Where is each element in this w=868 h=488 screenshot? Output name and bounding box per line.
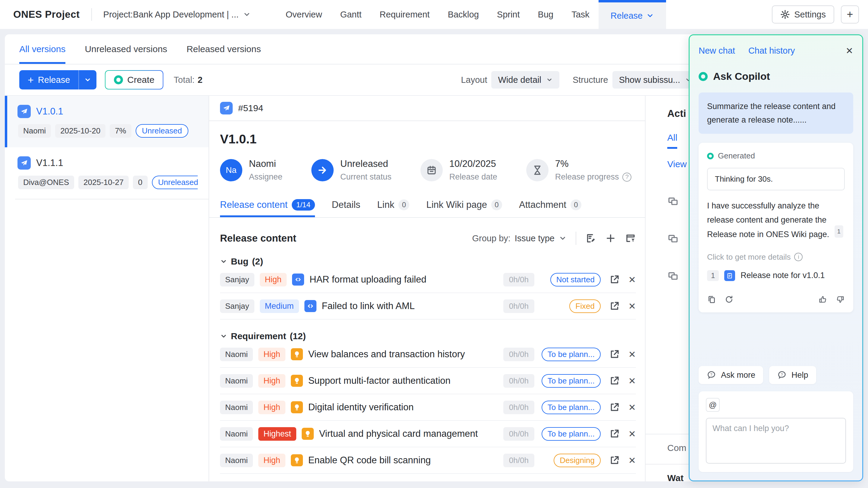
- reference-title[interactable]: Release note for v1.0.1: [741, 271, 825, 280]
- new-release-button[interactable]: + Release: [19, 70, 96, 90]
- add-button[interactable]: +: [841, 5, 859, 24]
- issue-title[interactable]: Failed to link with AML: [322, 301, 498, 312]
- feedback-actions: [818, 295, 845, 304]
- footnote-badge[interactable]: 1: [835, 225, 843, 238]
- remove-icon[interactable]: ✕: [628, 429, 636, 439]
- priority-tag: High: [258, 374, 285, 388]
- tab-release-content[interactable]: Release content 1/14: [220, 194, 315, 217]
- status-pill[interactable]: To be plann...: [541, 374, 601, 388]
- structure-select[interactable]: Show subissu...: [613, 71, 698, 89]
- help-chip[interactable]: ? Help: [769, 366, 816, 384]
- meta-release-date[interactable]: 10/20/2025 Release date: [421, 158, 497, 182]
- tab-link-wiki-page[interactable]: Link Wiki page 0: [426, 194, 502, 217]
- thumbs-down-icon[interactable]: [836, 295, 845, 304]
- section-title: Release content: [220, 233, 296, 244]
- issue-title[interactable]: HAR format uploading failed: [310, 274, 498, 285]
- new-release-main[interactable]: + Release: [19, 70, 79, 90]
- issue-row[interactable]: Naomi High Digital identity verification…: [220, 394, 636, 421]
- tab-attachment[interactable]: Attachment 0: [519, 194, 581, 217]
- open-in-new-icon[interactable]: [609, 274, 620, 285]
- open-in-new-icon[interactable]: [609, 428, 620, 439]
- nav-backlog[interactable]: Backlog: [439, 0, 488, 29]
- copilot-create-button[interactable]: Create: [105, 70, 163, 90]
- issue-title[interactable]: Enable QR code bill scanning: [308, 455, 498, 466]
- group-header-bug[interactable]: Bug (2): [220, 256, 636, 267]
- nav-bug[interactable]: Bug: [529, 0, 563, 29]
- group-header-requirement[interactable]: Requirement (12): [220, 331, 636, 341]
- tab-link[interactable]: Link 0: [377, 194, 410, 217]
- issue-row[interactable]: Naomi Highest Virtual and physical card …: [220, 421, 636, 447]
- issue-row[interactable]: Sanjay High HAR format uploading failed …: [220, 267, 636, 293]
- status-pill[interactable]: To be plann...: [541, 348, 601, 361]
- nav-release[interactable]: Release: [598, 0, 666, 29]
- settings-button[interactable]: Settings: [772, 5, 834, 24]
- thumbs-up-icon[interactable]: [818, 295, 827, 304]
- version-item-v101[interactable]: V1.0.1 Naomi 2025-10-20 7% Unreleased: [5, 96, 209, 147]
- meta-status[interactable]: Unreleased Current status: [311, 158, 392, 182]
- issue-title[interactable]: View balances and transaction history: [308, 349, 498, 360]
- release-content-scroll[interactable]: Release content Group by: Issue type: [209, 218, 645, 481]
- issue-row[interactable]: Sanjay Medium Failed to link with AML 0h…: [220, 293, 636, 320]
- activity-tab-all[interactable]: All: [667, 133, 677, 149]
- open-in-new-icon[interactable]: [609, 455, 620, 466]
- tab-released-versions[interactable]: Released versions: [187, 34, 261, 64]
- copilot-input[interactable]: [706, 418, 846, 464]
- remove-icon[interactable]: ✕: [628, 455, 636, 466]
- remove-icon[interactable]: ✕: [628, 349, 636, 360]
- new-chat-link[interactable]: New chat: [699, 46, 735, 56]
- nav-requirement[interactable]: Requirement: [371, 0, 439, 29]
- regenerate-icon[interactable]: [724, 295, 734, 304]
- assignee-tag: Naomi: [18, 124, 51, 138]
- generate-report-icon[interactable]: [585, 233, 596, 244]
- issue-row[interactable]: Naomi High Enable QR code bill scanning …: [220, 447, 636, 474]
- add-issue-icon[interactable]: [605, 233, 616, 244]
- nav-overview[interactable]: Overview: [277, 0, 331, 29]
- remove-icon[interactable]: ✕: [628, 301, 636, 312]
- project-selector[interactable]: Project:Bank App Development | ...: [103, 10, 251, 20]
- meta-progress[interactable]: 7% Release progress ?: [526, 158, 632, 182]
- copilot-create-inner[interactable]: Create: [105, 71, 163, 89]
- nav-task[interactable]: Task: [562, 0, 598, 29]
- status-pill[interactable]: To be plann...: [541, 401, 601, 414]
- open-in-new-icon[interactable]: [609, 402, 620, 413]
- open-in-new-icon[interactable]: [609, 349, 620, 360]
- issue-title[interactable]: Virtual and physical card management: [319, 428, 498, 439]
- reference-index: 1: [707, 270, 719, 281]
- meta-assignee[interactable]: Na Naomi Assignee: [220, 158, 282, 182]
- open-in-new-icon[interactable]: [609, 375, 620, 386]
- close-icon[interactable]: ✕: [846, 45, 853, 56]
- filter-panel-icon[interactable]: [625, 233, 636, 244]
- structure-label: Structure: [572, 75, 608, 85]
- chat-history-link[interactable]: Chat history: [748, 46, 795, 56]
- status-pill[interactable]: Fixed: [569, 299, 601, 313]
- hours-tag: 0h/0h: [503, 401, 534, 414]
- group-by-select[interactable]: Group by: Issue type: [472, 233, 567, 243]
- new-release-dropdown[interactable]: [79, 70, 96, 90]
- help-circle-icon[interactable]: ?: [622, 173, 631, 182]
- remove-icon[interactable]: ✕: [628, 274, 636, 285]
- version-item-v111[interactable]: V1.1.1 Diva@ONES 2025-10-27 0 Unreleased: [5, 147, 209, 199]
- reference-link[interactable]: 1 Release note for v1.0.1: [707, 270, 845, 281]
- issue-title[interactable]: Digital identity verification: [308, 402, 498, 413]
- status-pill[interactable]: To be plann...: [541, 427, 601, 441]
- tab-unreleased-versions[interactable]: Unreleased versions: [85, 34, 167, 64]
- issue-row[interactable]: Naomi High View balances and transaction…: [220, 341, 636, 368]
- nav-sprint[interactable]: Sprint: [488, 0, 529, 29]
- tab-all-versions[interactable]: All versions: [19, 34, 65, 64]
- generated-card: Generated Thinking for 30s. I have succe…: [699, 143, 853, 313]
- nav-gantt[interactable]: Gantt: [331, 0, 371, 29]
- tab-details[interactable]: Details: [332, 194, 361, 217]
- status-pill[interactable]: Designing: [554, 454, 601, 467]
- ask-more-chip[interactable]: ? Ask more: [699, 366, 763, 384]
- open-in-new-icon[interactable]: [609, 301, 620, 312]
- remove-icon[interactable]: ✕: [628, 402, 636, 413]
- issue-title[interactable]: Support multi-factor authentication: [308, 375, 498, 386]
- mention-button[interactable]: @: [706, 398, 720, 412]
- remove-icon[interactable]: ✕: [628, 376, 636, 386]
- issue-row[interactable]: Naomi High Support multi-factor authenti…: [220, 368, 636, 394]
- hours-tag: 0h/0h: [503, 374, 534, 388]
- status-pill[interactable]: Not started: [550, 273, 601, 287]
- thinking-toggle[interactable]: Thinking for 30s.: [707, 168, 845, 190]
- copy-icon[interactable]: [707, 295, 716, 304]
- layout-select[interactable]: Wide detail: [491, 71, 559, 89]
